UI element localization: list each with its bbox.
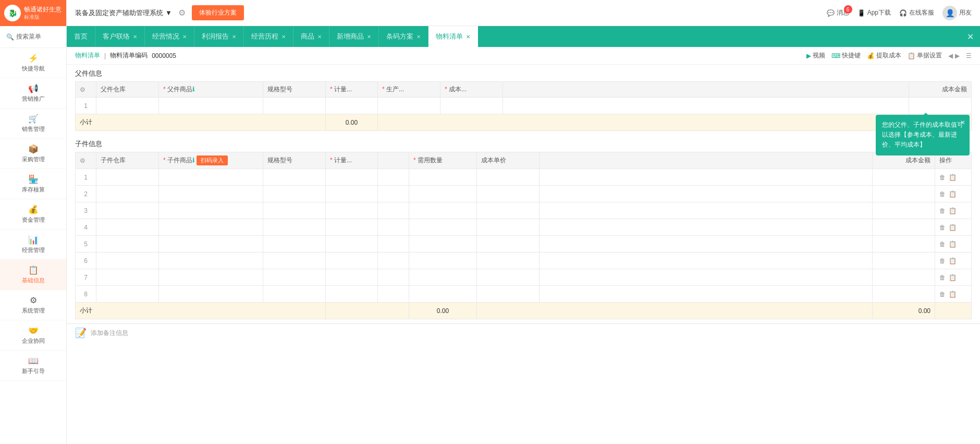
child-warehouse-cell-7[interactable] <box>96 269 159 286</box>
sidebar-item-guide[interactable]: 📖 新手引导 <box>0 351 66 381</box>
child-unit-cost-cell-7[interactable] <box>477 269 540 286</box>
trial-button[interactable]: 体验行业方案 <box>192 5 244 20</box>
parent-goods-help-icon[interactable]: ℹ <box>192 86 195 93</box>
tab-customers[interactable]: 客户联络 ✕ <box>95 26 145 47</box>
tab-profit-close[interactable]: ✕ <box>232 34 236 40</box>
child-unit-cost-cell-3[interactable] <box>477 202 540 219</box>
child-warehouse-cell-1[interactable] <box>96 169 159 186</box>
child-goods-cell-4[interactable] <box>159 219 263 236</box>
sidebar-item-operations[interactable]: 📊 经营管理 <box>0 230 66 260</box>
scan-input-button[interactable]: 扫码录入 <box>197 155 228 165</box>
settings-icon[interactable]: ⚙ <box>178 8 186 18</box>
child-unit-cell-5[interactable] <box>326 236 378 253</box>
delete-row-icon-7[interactable]: 🗑 <box>939 274 946 281</box>
delete-row-icon-2[interactable]: 🗑 <box>939 190 946 198</box>
child-spec-cell-1[interactable] <box>263 169 326 186</box>
tab-new-goods[interactable]: 新增商品 ✕ <box>329 26 379 47</box>
tab-history[interactable]: 经营历程 ✕ <box>244 26 293 47</box>
parent-produce-cell-1[interactable] <box>378 98 440 114</box>
child-unit-cell-3[interactable] <box>326 202 378 219</box>
tab-history-close[interactable]: ✕ <box>281 34 286 40</box>
system-title-dropdown[interactable]: 装备及固定资产辅助管理系统 ▼ <box>75 8 172 18</box>
copy-row-icon-1[interactable]: 📋 <box>949 174 957 181</box>
child-spec-cell-4[interactable] <box>263 219 326 236</box>
child-unit-cost-cell-2[interactable] <box>477 186 540 202</box>
tab-operations[interactable]: 经营情况 ✕ <box>145 26 194 47</box>
child-unit-cell-2[interactable] <box>326 186 378 202</box>
copy-row-icon-4[interactable]: 📋 <box>949 224 957 231</box>
search-button[interactable]: 🔍 搜索菜单 <box>4 30 62 43</box>
child-spec-cell-3[interactable] <box>263 202 326 219</box>
child-unit-cell-6[interactable] <box>326 253 378 269</box>
child-unit-cost-cell-6[interactable] <box>477 253 540 269</box>
tab-customers-close[interactable]: ✕ <box>133 34 137 40</box>
sidebar-item-basic-info[interactable]: 📋 基础信息 <box>0 260 66 290</box>
add-note-icon[interactable]: 📝 <box>75 327 87 339</box>
child-goods-cell-7[interactable] <box>159 269 263 286</box>
online-service-button[interactable]: 🎧 在线客服 <box>899 8 934 17</box>
shortcut-action[interactable]: ⌨ 快捷键 <box>831 51 861 60</box>
sidebar-item-inventory[interactable]: 🏪 库存核算 <box>0 169 66 199</box>
delete-row-icon-6[interactable]: 🗑 <box>939 257 946 265</box>
child-spec-cell-6[interactable] <box>263 253 326 269</box>
sidebar-item-quicknav[interactable]: ⚡ 快捷导航 <box>0 48 66 78</box>
tab-goods-close[interactable]: ✕ <box>317 34 322 40</box>
delete-row-icon-3[interactable]: 🗑 <box>939 207 946 214</box>
breadcrumb-page[interactable]: 物料清单 <box>75 51 100 60</box>
delete-row-icon-1[interactable]: 🗑 <box>939 174 946 181</box>
sidebar-item-finance[interactable]: 💰 资金管理 <box>0 199 66 230</box>
child-spec-cell-7[interactable] <box>263 269 326 286</box>
child-warehouse-cell-5[interactable] <box>96 236 159 253</box>
child-qty-cell-2[interactable] <box>409 186 477 202</box>
child-warehouse-cell-4[interactable] <box>96 219 159 236</box>
child-qty-cell-1[interactable] <box>409 169 477 186</box>
sidebar-item-purchase[interactable]: 📦 采购管理 <box>0 139 66 169</box>
child-spec-cell-5[interactable] <box>263 236 326 253</box>
child-goods-cell-8[interactable] <box>159 286 263 303</box>
tab-barcode[interactable]: 条码方案 ✕ <box>379 26 428 47</box>
child-goods-cell-6[interactable] <box>159 253 263 269</box>
copy-row-icon-5[interactable]: 📋 <box>949 241 957 248</box>
child-qty-cell-8[interactable] <box>409 286 477 303</box>
app-download-button[interactable]: 📱 App下载 <box>858 8 891 17</box>
tab-new-goods-close[interactable]: ✕ <box>367 34 371 40</box>
child-warehouse-cell-2[interactable] <box>96 186 159 202</box>
parent-col-settings-icon[interactable]: ⚙ <box>80 86 85 93</box>
extract-cost-action[interactable]: 💰 提取成本 <box>867 51 901 60</box>
copy-row-icon-8[interactable]: 📋 <box>949 291 957 298</box>
child-spec-cell-2[interactable] <box>263 186 326 202</box>
grid-icon[interactable]: ☰ <box>966 52 972 59</box>
close-all-tabs[interactable]: ✕ <box>961 26 980 47</box>
delete-row-icon-4[interactable]: 🗑 <box>939 224 946 231</box>
prev-arrow-icon[interactable]: ◀ <box>948 52 953 59</box>
tab-bom-close[interactable]: ✕ <box>466 34 470 40</box>
sidebar-item-cooperation[interactable]: 🤝 企业协同 <box>0 320 66 351</box>
child-unit-cell-7[interactable] <box>326 269 378 286</box>
child-unit-cost-cell-4[interactable] <box>477 219 540 236</box>
child-qty-cell-3[interactable] <box>409 202 477 219</box>
child-unit-cell-4[interactable] <box>326 219 378 236</box>
parent-cost-cell-1[interactable] <box>440 98 503 114</box>
tooltip-close-button[interactable]: ✕ <box>960 118 965 128</box>
sidebar-item-system[interactable]: ⚙ 系统管理 <box>0 290 66 320</box>
child-goods-cell-3[interactable] <box>159 202 263 219</box>
child-qty-cell-6[interactable] <box>409 253 477 269</box>
child-goods-cell-2[interactable] <box>159 186 263 202</box>
sidebar-item-marketing[interactable]: 📢 营销推广 <box>0 78 66 109</box>
copy-row-icon-2[interactable]: 📋 <box>949 190 957 198</box>
child-qty-cell-5[interactable] <box>409 236 477 253</box>
tab-home[interactable]: 首页 <box>67 26 95 47</box>
tab-profit[interactable]: 利润报告 ✕ <box>194 26 244 47</box>
child-spec-cell-8[interactable] <box>263 286 326 303</box>
delete-row-icon-8[interactable]: 🗑 <box>939 291 946 298</box>
child-unit-cell-1[interactable] <box>326 169 378 186</box>
next-arrow-icon[interactable]: ▶ <box>955 52 960 59</box>
parent-goods-cell-1[interactable] <box>159 98 263 114</box>
copy-row-icon-6[interactable]: 📋 <box>949 257 957 265</box>
tab-operations-close[interactable]: ✕ <box>182 34 187 40</box>
child-col-settings-icon[interactable]: ⚙ <box>80 157 85 164</box>
video-action[interactable]: ▶ 视频 <box>806 51 825 60</box>
child-goods-help-icon[interactable]: ℹ <box>192 157 195 164</box>
parent-spec-cell-1[interactable] <box>263 98 326 114</box>
copy-row-icon-3[interactable]: 📋 <box>949 207 957 214</box>
